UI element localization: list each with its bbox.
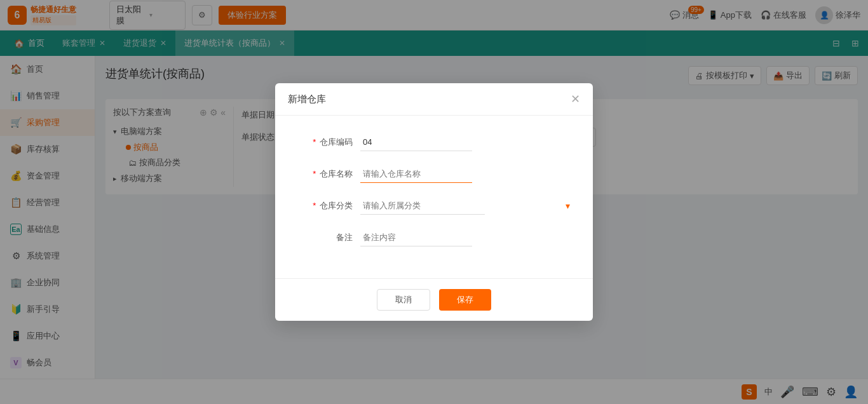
category-input[interactable] <box>360 197 485 215</box>
modal-close-button[interactable]: ✕ <box>571 92 580 106</box>
save-button[interactable]: 保存 <box>439 289 491 311</box>
note-input-wrapper <box>360 229 573 246</box>
chevron-down-icon: ▾ <box>566 201 570 211</box>
modal-header: 新增仓库 ✕ <box>275 83 593 116</box>
code-input[interactable] <box>360 133 472 151</box>
modal-body: * 仓库编码 * 仓库名称 * <box>275 116 593 278</box>
note-input[interactable] <box>360 229 472 246</box>
modal-title: 新增仓库 <box>288 93 326 105</box>
cancel-button[interactable]: 取消 <box>377 289 430 311</box>
form-row-note: 备注 <box>295 229 573 246</box>
name-label: * 仓库名称 <box>295 168 353 180</box>
note-label: 备注 <box>295 232 353 243</box>
code-label: * 仓库编码 <box>295 137 353 148</box>
form-row-code: * 仓库编码 <box>295 133 573 151</box>
modal-overlay: 新增仓库 ✕ * 仓库编码 * 仓库名称 <box>0 0 868 404</box>
name-input[interactable] <box>360 165 472 183</box>
form-row-category: * 仓库分类 ▾ <box>295 197 573 215</box>
form-row-name: * 仓库名称 <box>295 165 573 183</box>
category-select-wrapper: ▾ <box>360 197 573 215</box>
category-label: * 仓库分类 <box>295 200 353 212</box>
new-warehouse-modal: 新增仓库 ✕ * 仓库编码 * 仓库名称 <box>275 83 593 321</box>
code-input-wrapper <box>360 133 573 151</box>
modal-footer: 取消 保存 <box>275 278 593 321</box>
name-input-wrapper <box>360 165 573 183</box>
